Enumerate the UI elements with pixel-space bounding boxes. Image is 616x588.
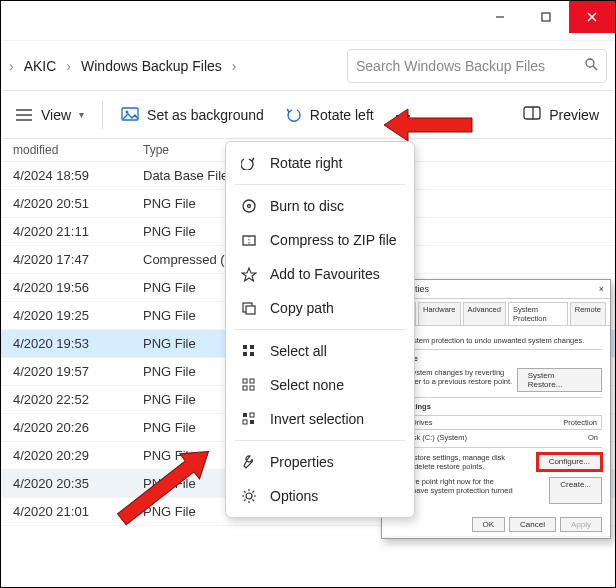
menu-separator xyxy=(234,329,406,330)
menu-label: Compress to ZIP file xyxy=(270,232,397,248)
gear-icon xyxy=(240,487,258,505)
menu-label: Select all xyxy=(270,343,327,359)
dialog-tabs: Name Hardware Advanced System Protection… xyxy=(382,299,610,326)
cell-modified: 4/2020 21:11 xyxy=(9,224,139,239)
svg-rect-18 xyxy=(246,306,255,314)
cell-modified: 4/2024 18:59 xyxy=(9,168,139,183)
annotation-arrow xyxy=(111,441,241,551)
menu-label: Add to Favourites xyxy=(270,266,380,282)
svg-rect-21 xyxy=(243,352,247,356)
cell-modified: 4/2020 19:56 xyxy=(9,280,139,295)
tab-advanced[interactable]: Advanced xyxy=(463,302,506,325)
view-button[interactable]: View ▾ xyxy=(5,100,94,130)
menu-label: Rotate right xyxy=(270,155,342,171)
menu-properties[interactable]: Properties xyxy=(226,445,414,479)
breadcrumb[interactable]: › AKIC › Windows Backup Files › xyxy=(9,58,237,74)
svg-line-38 xyxy=(244,500,246,502)
select-all-icon xyxy=(240,342,258,360)
svg-rect-22 xyxy=(250,352,254,356)
svg-rect-30 xyxy=(250,420,254,424)
crumb-item[interactable]: AKIC xyxy=(24,58,57,74)
menu-options[interactable]: Options xyxy=(226,479,414,513)
star-icon xyxy=(240,265,258,283)
svg-rect-24 xyxy=(250,379,254,383)
preview-pane-icon xyxy=(523,106,541,123)
rotate-right-icon xyxy=(240,154,258,172)
zip-icon xyxy=(240,231,258,249)
column-modified[interactable]: modified xyxy=(9,143,139,157)
view-label: View xyxy=(41,107,71,123)
picture-icon xyxy=(121,106,139,124)
menu-label: Select none xyxy=(270,377,344,393)
search-input[interactable]: Search Windows Backup Files xyxy=(347,49,607,83)
svg-rect-28 xyxy=(250,413,254,417)
annotation-arrow xyxy=(384,107,474,143)
select-none-icon xyxy=(240,376,258,394)
svg-rect-26 xyxy=(250,386,254,390)
rotate-left-icon xyxy=(284,106,302,124)
svg-rect-29 xyxy=(243,420,247,424)
tab-system-protection[interactable]: System Protection xyxy=(508,302,568,325)
menu-select-all[interactable]: Select all xyxy=(226,334,414,368)
chevron-down-icon: ▾ xyxy=(79,109,84,120)
svg-line-37 xyxy=(253,500,255,502)
svg-line-5 xyxy=(593,66,597,70)
crumb-item[interactable]: Windows Backup Files xyxy=(81,58,222,74)
menu-label: Invert selection xyxy=(270,411,364,427)
search-placeholder: Search Windows Backup Files xyxy=(356,58,545,74)
menu-zip[interactable]: Compress to ZIP file xyxy=(226,223,414,257)
svg-rect-20 xyxy=(250,345,254,349)
preview-button[interactable]: Preview xyxy=(523,106,611,123)
set-background-button[interactable]: Set as background xyxy=(111,100,274,130)
svg-line-39 xyxy=(253,491,255,493)
cell-modified: 4/2020 22:52 xyxy=(9,392,139,407)
menu-favourites[interactable]: Add to Favourites xyxy=(226,257,414,291)
svg-point-13 xyxy=(243,200,255,212)
cell-modified: 4/2020 20:26 xyxy=(9,420,139,435)
menu-separator xyxy=(234,184,406,185)
apply-button[interactable]: Apply xyxy=(560,517,602,532)
menu-label: Options xyxy=(270,488,318,504)
svg-marker-41 xyxy=(112,441,218,532)
svg-point-4 xyxy=(586,59,594,67)
copy-path-icon xyxy=(240,299,258,317)
address-bar: › AKIC › Windows Backup Files › Search W… xyxy=(1,41,615,91)
preview-label: Preview xyxy=(549,107,599,123)
dialog-close-button[interactable]: × xyxy=(599,284,604,294)
cancel-button[interactable]: Cancel xyxy=(509,517,556,532)
system-properties-dialog: Properties × Name Hardware Advanced Syst… xyxy=(381,279,611,539)
configure-button[interactable]: Configure... xyxy=(537,453,602,471)
cell-modified: 4/2020 19:53 xyxy=(9,336,139,351)
svg-point-14 xyxy=(248,205,251,208)
tab-remote[interactable]: Remote xyxy=(570,302,606,325)
menu-select-none[interactable]: Select none xyxy=(226,368,414,402)
tab-hardware[interactable]: Hardware xyxy=(418,302,461,325)
rotate-left-button[interactable]: Rotate left xyxy=(274,100,384,130)
drive-status: On xyxy=(588,433,598,442)
maximize-button[interactable] xyxy=(523,1,569,33)
toolbar: View ▾ Set as background Rotate left ⋯ P… xyxy=(1,91,615,139)
svg-rect-27 xyxy=(243,413,247,417)
cell-modified: 4/2020 19:25 xyxy=(9,308,139,323)
close-button[interactable] xyxy=(569,1,615,33)
menu-separator xyxy=(234,440,406,441)
chevron-right-icon: › xyxy=(232,58,237,74)
protection-header: Protection xyxy=(563,418,597,427)
hamburger-icon xyxy=(15,106,33,124)
menu-invert-selection[interactable]: Invert selection xyxy=(226,402,414,436)
minimize-button[interactable] xyxy=(477,1,523,33)
wrench-icon xyxy=(240,453,258,471)
menu-rotate-right[interactable]: Rotate right xyxy=(226,146,414,180)
svg-rect-23 xyxy=(243,379,247,383)
menu-copy-path[interactable]: Copy path xyxy=(226,291,414,325)
menu-burn[interactable]: Burn to disc xyxy=(226,189,414,223)
create-button[interactable]: Create... xyxy=(549,477,602,504)
ok-button[interactable]: OK xyxy=(472,517,506,532)
chevron-right-icon: › xyxy=(66,58,71,74)
svg-point-10 xyxy=(126,110,129,113)
invert-icon xyxy=(240,410,258,428)
system-restore-button[interactable]: System Restore... xyxy=(517,368,602,392)
menu-label: Burn to disc xyxy=(270,198,344,214)
set-background-label: Set as background xyxy=(147,107,264,123)
title-bar xyxy=(1,1,615,41)
